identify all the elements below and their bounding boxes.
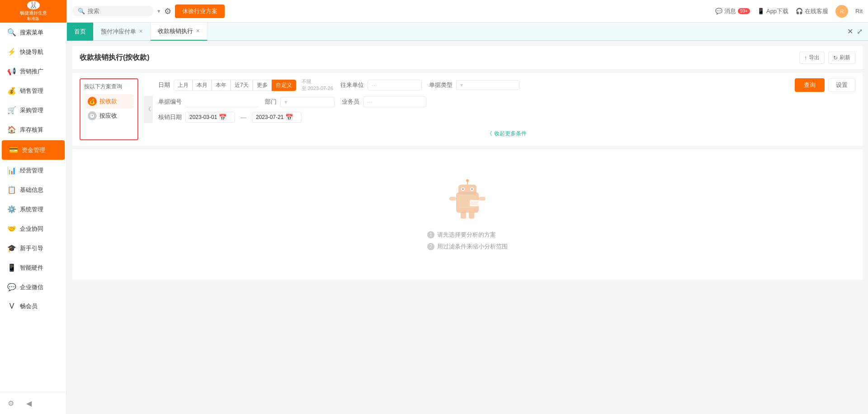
sidebar-item-warehouse[interactable]: 🏠 库存核算	[0, 120, 66, 139]
basic-info-icon: 📋	[7, 186, 16, 194]
date-tab-7days[interactable]: 近7天	[231, 80, 253, 91]
filter-option-by-receipt[interactable]: 💰 按收款	[84, 94, 134, 109]
refresh-btn[interactable]: ↻ 刷新	[828, 52, 855, 64]
sidebar-item-purchase[interactable]: 🛒 采购管理	[0, 100, 66, 120]
export-btn[interactable]: ↑ 导出	[799, 52, 825, 64]
tab-home-label: 首页	[74, 28, 86, 36]
doc-type-select[interactable]: ▾	[456, 80, 519, 90]
sidebar-item-label: 采购管理	[20, 106, 43, 114]
sidebar-item-system[interactable]: ⚙️ 系统管理	[0, 200, 66, 219]
main-area: 🔍 ▾ ⚙ 休验行业方案 💬 消息 99+ 📱 App下载 🎧 在线客服 R R…	[67, 0, 868, 414]
export-icon: ↑	[804, 55, 807, 61]
action-buttons: 查询 设置	[795, 78, 855, 92]
sidebar-item-enterprise[interactable]: 🤝 企业协同	[0, 219, 66, 238]
sidebar-item-wechat[interactable]: 💬 企业微信	[0, 277, 66, 297]
staff-label: 业务员	[342, 98, 359, 106]
settings-btn[interactable]: 设置	[828, 78, 855, 92]
sidebar-item-guide[interactable]: 🎓 新手引导	[0, 238, 66, 258]
date-tab-more[interactable]: 更多	[253, 80, 272, 91]
verify-date-start-input[interactable]: 2023-03-01 📅	[185, 112, 235, 123]
filter-option-label: 按应收	[99, 112, 117, 120]
sidebar-item-label: 新手引导	[20, 244, 43, 252]
system-icon: ⚙️	[7, 205, 16, 214]
counterpart-label: 往来单位	[340, 81, 364, 89]
topbar-search[interactable]: 🔍	[72, 6, 154, 16]
guide-icon: 🎓	[7, 244, 16, 252]
sidebar-item-finance[interactable]: 💳 资金管理	[2, 140, 65, 160]
sidebar-item-label: 企业协同	[20, 225, 43, 233]
collapse-panel-btn[interactable]: 《	[144, 96, 153, 123]
dropdown-icon[interactable]: ▾	[157, 8, 160, 14]
dept-select[interactable]: ▾	[280, 97, 335, 107]
marketing-icon: 📢	[7, 67, 16, 76]
tabbar: 首页 预付冲应付单 ✕ 收款核销执行 ✕ ✕ ⤢	[67, 23, 868, 41]
svg-point-5	[462, 188, 464, 190]
tab-home[interactable]: 首页	[67, 23, 94, 41]
page-title: 收款核销执行(按收款)	[80, 53, 150, 62]
date-unlimited: 不限	[302, 78, 333, 85]
sidebar-item-search-menu[interactable]: 🔍 搜索菜单	[0, 23, 66, 42]
tab-prepay[interactable]: 预付冲应付单 ✕	[94, 23, 151, 41]
tab-prepay-close[interactable]: ✕	[139, 29, 143, 34]
search-input[interactable]	[88, 8, 142, 14]
sidebar-collapse-btn[interactable]: ◀	[22, 396, 36, 410]
page-actions: ↑ 导出 ↻ 刷新	[799, 52, 855, 64]
app-logo: 🐰 畅捷通好生意 标准版	[0, 0, 66, 23]
tab-verify-close[interactable]: ✕	[196, 28, 200, 34]
messages-btn[interactable]: 💬 消息 99+	[715, 7, 750, 15]
svg-rect-11	[461, 212, 466, 219]
settings-icon[interactable]: ⚙	[164, 6, 171, 16]
tip-text-1: 请先选择要分析的方案	[437, 229, 496, 241]
doc-no-input[interactable]	[185, 96, 258, 107]
date-tab-this-month[interactable]: 本月	[193, 80, 212, 91]
counterpart-field: 往来单位 ···	[340, 80, 422, 90]
svg-rect-13	[470, 200, 479, 206]
calendar-icon[interactable]: 📅	[219, 114, 226, 121]
query-btn[interactable]: 查询	[795, 78, 825, 92]
avatar: R	[835, 5, 848, 18]
tab-verify-label: 收款核销执行	[158, 27, 193, 35]
sidebar-item-quick-nav[interactable]: ⚡ 快捷导航	[0, 42, 66, 62]
sidebar-item-label: 销售管理	[20, 87, 43, 95]
verify-date-end-input[interactable]: 2023-07-21 📅	[252, 112, 302, 123]
industry-btn[interactable]: 休验行业方案	[175, 5, 225, 18]
sidebar-item-operation[interactable]: 📊 经营管理	[0, 161, 66, 180]
sidebar-item-sales[interactable]: 💰 销售管理	[0, 81, 66, 100]
app-download-btn[interactable]: 📱 App下载	[757, 7, 788, 15]
filter-row-2: 单据编号 部门 ▾ 业务员 ···	[158, 96, 855, 107]
app-name: 畅捷通好生意	[20, 10, 47, 16]
sidebar-item-label: 系统管理	[20, 205, 43, 214]
calendar-icon2[interactable]: 📅	[285, 114, 293, 121]
sidebar-item-basic-info[interactable]: 📋 基础信息	[0, 180, 66, 200]
staff-select[interactable]: ···	[363, 96, 426, 107]
online-service-label: 在线客服	[805, 7, 828, 15]
sidebar-item-label: 基础信息	[20, 186, 43, 194]
sidebar-item-marketing[interactable]: 📢 营销推广	[0, 62, 66, 81]
maximize-btn[interactable]: ⤢	[857, 27, 863, 36]
close-tab-btn[interactable]: ✕	[847, 27, 853, 36]
tab-prepay-label: 预付冲应付单	[101, 28, 136, 36]
date-tab-custom[interactable]: 自定义	[272, 80, 296, 91]
topbar: 🔍 ▾ ⚙ 休验行业方案 💬 消息 99+ 📱 App下载 🎧 在线客服 R R…	[67, 0, 868, 23]
filter-row-3: 核销日期 2023-03-01 📅 — 2023-07-21 📅	[158, 112, 855, 123]
date-tab-this-year[interactable]: 本年	[212, 80, 231, 91]
counterpart-select[interactable]: ···	[368, 80, 422, 90]
dept-field: 部门 ▾	[265, 97, 335, 107]
empty-illustration	[445, 176, 490, 222]
svg-point-6	[471, 188, 473, 190]
empty-tip-2: 2 用过滤条件来缩小分析范围	[427, 241, 508, 252]
online-service-btn[interactable]: 🎧 在线客服	[796, 7, 828, 15]
date-tab-last-month[interactable]: 上月	[174, 80, 193, 91]
content-area: 收款核销执行(按收款) ↑ 导出 ↻ 刷新 按以下方案查询 💰 按收款	[67, 41, 868, 414]
empty-tips: 1 请先选择要分析的方案 2 用过滤条件来缩小分析范围	[427, 229, 508, 252]
search-icon: 🔍	[78, 8, 85, 14]
tab-verify[interactable]: 收款核销执行 ✕	[151, 23, 208, 41]
collapse-more-btn[interactable]: 《 收起更多条件	[158, 127, 855, 140]
messages-badge: 99+	[738, 8, 750, 14]
sidebar-item-member[interactable]: V 畅会员	[0, 297, 66, 316]
staff-dots: ···	[367, 98, 373, 105]
dept-label: 部门	[265, 98, 277, 106]
sidebar-settings-btn[interactable]: ⚙	[4, 396, 18, 410]
sidebar-item-hardware[interactable]: 📱 智能硬件	[0, 258, 66, 277]
filter-option-by-receivable[interactable]: 🕐 按应收	[84, 109, 134, 123]
